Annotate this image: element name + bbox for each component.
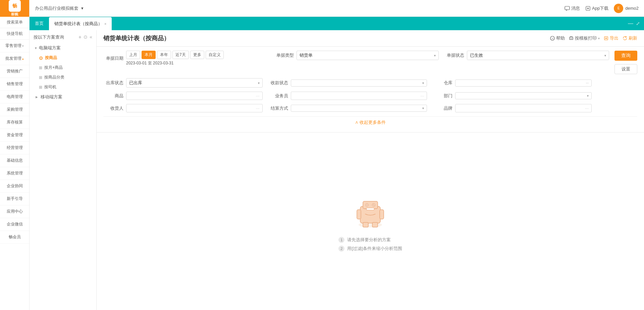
doc-type-field: 单据类型 销货单 ▾ [274,51,439,60]
collapse-filter-btn[interactable]: ∧ 收起更多条件 [103,116,637,128]
brand-field: 品牌 ··· [432,104,592,112]
sidebar-item-ecommerce[interactable]: 电商管理 [0,91,29,103]
sidebar-quick-nav[interactable]: 快捷导航 [0,28,29,40]
quick-nav-label[interactable]: 快捷导航 [7,31,23,36]
help-btn[interactable]: ? 帮助 [550,35,565,41]
receipt-status-select[interactable]: ▾ [291,80,427,87]
brand-input[interactable]: ··· [455,104,592,112]
sidebar-item-wechat[interactable]: 企业微信 [0,218,29,231]
brand-dots-icon: ··· [585,106,589,111]
goods-dots-icon: ··· [256,93,260,98]
goods-input[interactable]: ··· [126,92,263,100]
expand-group-icon: ▾ [35,46,37,50]
content-area: 按以下方案查询 + ⊙ « ▾ 电脑端方案 ⊙ 按商品 ⊞ 按月+商品 [30,30,644,310]
doc-type-select[interactable]: 销货单 ▾ [297,51,439,60]
help-label: 帮助 [556,35,565,41]
payment-arrow-icon: ▾ [422,106,424,110]
tab-active[interactable]: 销货单统计表（按商品） × [49,17,112,31]
sidebar-item-apps[interactable]: 应用中心 [0,205,29,218]
tree-item-by-driver[interactable]: ⊞ 按司机 [36,82,96,92]
help-icon: ? [550,36,555,41]
sidebar-item-basic[interactable]: 基础信息 [0,154,29,167]
svg-text:?: ? [552,37,553,40]
tree-item-by-goods[interactable]: ⊙ 按商品 [36,53,96,63]
tab-home[interactable]: 首页 [30,17,49,30]
receipt-status-field: 收款状态 ▾ [268,80,427,87]
sidebar-item-finance[interactable]: 资金管理 [0,129,29,142]
date-range-display: 2023-03-01 至 2023-03-31 [126,60,224,66]
page-title: 销货单统计表（按商品） [103,34,170,46]
refresh-btn[interactable]: 刷新 [623,35,637,41]
add-scheme-btn[interactable]: + [78,34,82,40]
doc-type-label: 单据类型 [274,52,294,58]
date-btn-last-month[interactable]: 上月 [126,51,140,59]
tree-group-mobile[interactable]: ► 移动端方案 [30,92,96,102]
header-left: 办公用品行业模拟账套 ▾ [35,5,84,11]
svg-point-12 [366,204,368,206]
staff-input[interactable]: ··· [291,92,427,100]
avatar: E [614,4,623,13]
doc-status-arrow-icon: ▾ [604,54,606,57]
date-btn-7days[interactable]: 近7天 [172,51,189,59]
payment-field: 结算方式 ▾ [268,105,427,112]
settings-scheme-btn[interactable]: ⊙ [84,34,88,40]
tip-2-text: 用[过滤]条件来缩小分析范围 [347,246,402,252]
page-actions: ? 帮助 按模板打印 ▾ 导出 刷新 [550,35,637,45]
maximize-icon[interactable]: ⤢ [636,21,640,26]
receipt-status-arrow-icon: ▾ [422,81,424,85]
date-btn-this-year[interactable]: 本年 [157,51,171,59]
setting-button[interactable]: 设置 [614,64,637,74]
sales-label: 销售管理 [7,82,23,86]
date-btn-custom[interactable]: 自定义 [206,51,224,59]
wholesale-arrow-icon: ▴ [22,57,24,60]
payment-select[interactable]: ▾ [291,105,427,112]
date-btn-this-month[interactable]: 本月 [142,51,156,59]
purchase-label: 采购管理 [7,107,23,112]
sidebar-item-guide[interactable]: 新手引导 [0,193,29,205]
query-button[interactable]: 查询 [614,51,637,61]
tree-group-pc[interactable]: ▾ 电脑端方案 [30,43,96,53]
date-btn-more[interactable]: 更多 [190,51,204,59]
marketing-label: 营销推广 [7,69,23,73]
tree-item-by-category[interactable]: ⊞ 按商品分类 [36,72,96,82]
industry-dropdown-icon[interactable]: ▾ [81,6,84,11]
sidebar-item-operations[interactable]: 经营管理 [0,142,29,154]
inventory-label: 库存核算 [7,120,23,124]
doc-status-select[interactable]: 已生效 ▾ [467,51,609,60]
collapse-panel-btn[interactable]: « [90,34,92,40]
tabs-bar-right: — ⤢ [628,20,644,27]
filter-area: 单据日期 上月 本月 本年 近7天 更多 自定义 2023-03-01 至 20… [97,47,644,133]
user-profile[interactable]: E demo2 [614,4,639,13]
tab-close-btn[interactable]: × [104,22,106,26]
warehouse-select[interactable]: ··· [455,80,592,87]
sidebar-item-marketing[interactable]: 营销推广 [0,65,29,78]
print-btn[interactable]: 按模板打印 ▾ [569,35,600,41]
sidebar-item-system[interactable]: 系统管理 [0,167,29,180]
search-label[interactable]: 搜索菜单 [7,20,23,24]
empty-tip-1: 1 请先选择要分析的方案 [338,237,402,243]
tab-active-label: 销货单统计表（按商品） [54,21,102,27]
app-download-btn[interactable]: App下载 [585,5,608,11]
out-status-select[interactable]: 已出库 ▾ [126,78,263,88]
receiver-input[interactable]: ··· [126,104,263,112]
sidebar-item-purchase[interactable]: 采购管理 [0,103,29,116]
sidebar-item-enterprise[interactable]: 企业协同 [0,180,29,193]
sidebar-nav: 零售管理 ▾ 批发管理 ▴ 营销推广 销售管理 电商管理 采购管理 库存核算 资… [0,40,29,310]
header-right: 消息 App下载 E demo2 [565,4,639,13]
minimize-icon[interactable]: — [628,20,633,27]
dept-select[interactable]: ▾ [455,92,592,99]
member-label: 畅会员 [9,235,21,239]
message-btn[interactable]: 消息 [565,5,580,11]
enterprise-label: 企业协同 [7,184,23,188]
tree-item-by-month-goods[interactable]: ⊞ 按月+商品 [36,63,96,72]
sidebar-item-member[interactable]: 畅会员 [0,231,29,244]
export-btn[interactable]: 导出 [604,35,619,41]
sidebar-item-sales[interactable]: 销售管理 [0,78,29,91]
receiver-label: 收货人 [103,105,123,111]
goods-field: 商品 ··· [103,92,263,100]
sidebar-item-inventory[interactable]: 库存核算 [0,116,29,129]
sidebar-item-retail[interactable]: 零售管理 ▾ [0,40,29,52]
sidebar-item-wholesale[interactable]: 批发管理 ▴ [0,52,29,65]
warehouse-label: 仓库 [432,80,452,86]
sidebar-search[interactable]: 搜索菜单 [0,17,29,28]
